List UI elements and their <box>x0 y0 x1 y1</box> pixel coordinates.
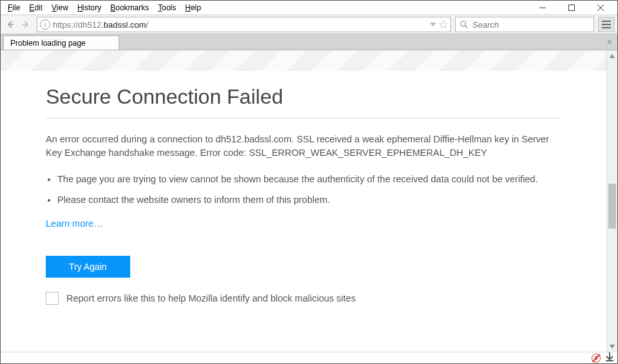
try-again-button[interactable]: Try Again <box>46 256 130 278</box>
report-label: Report errors like this to help Mozilla … <box>66 293 356 303</box>
urlbar-indicators <box>430 20 448 29</box>
error-title: Secure Connection Failed <box>46 85 561 109</box>
window-minimize-button[interactable] <box>528 1 557 14</box>
svg-line-7 <box>465 26 468 28</box>
arrow-left-icon <box>6 20 15 29</box>
menu-file[interactable]: File <box>3 2 24 14</box>
url-domain: badssl.com <box>104 20 146 30</box>
tab-title: Problem loading page <box>10 39 86 48</box>
scroll-thumb[interactable] <box>608 184 616 229</box>
report-row: Report errors like this to help Mozilla … <box>46 292 561 305</box>
chevron-down-icon <box>610 345 615 349</box>
status-bar: S <box>1 352 617 363</box>
noscript-icon[interactable]: S <box>592 354 601 363</box>
download-arrow-icon[interactable] <box>606 352 613 363</box>
menu-edit[interactable]: Edit <box>24 2 47 14</box>
maximize-icon <box>568 5 575 11</box>
forward-button[interactable] <box>19 17 33 32</box>
vertical-scrollbar[interactable] <box>606 50 617 352</box>
warning-stripe <box>1 50 606 71</box>
divider <box>46 118 561 119</box>
dropdown-icon[interactable] <box>430 23 436 26</box>
tab-bar: Problem loading page × <box>1 34 617 50</box>
page-content: Secure Connection Failed An error occurr… <box>1 50 606 352</box>
search-icon <box>459 20 468 29</box>
search-input[interactable] <box>472 20 590 30</box>
svg-rect-1 <box>568 5 574 10</box>
chevron-up-icon <box>610 54 615 58</box>
error-bullets: The page you are trying to view cannot b… <box>57 173 561 207</box>
tab-close-button[interactable]: × <box>607 37 612 47</box>
error-bullet-1: The page you are trying to view cannot b… <box>57 173 561 186</box>
error-bullet-2: Please contact the website owners to inf… <box>57 193 561 206</box>
menu-button[interactable] <box>598 17 615 32</box>
navigation-toolbar: i https://dh512.badssl.com/ <box>1 15 617 34</box>
error-page: Secure Connection Failed An error occurr… <box>1 71 606 324</box>
svg-point-6 <box>461 21 466 26</box>
menu-history[interactable]: History <box>73 2 106 14</box>
menu-help[interactable]: Help <box>180 2 206 14</box>
arrow-right-icon <box>21 20 30 29</box>
learn-more-link[interactable]: Learn more… <box>46 218 103 229</box>
window-maximize-button[interactable] <box>557 1 586 14</box>
url-subdomain: dh512. <box>78 20 104 30</box>
window-close-button[interactable] <box>586 1 615 14</box>
minimize-icon <box>539 5 546 11</box>
identity-info-icon[interactable]: i <box>40 19 50 30</box>
hamburger-icon <box>602 21 611 28</box>
search-bar[interactable] <box>455 17 594 32</box>
menu-view[interactable]: View <box>47 2 73 14</box>
bookmark-star-icon[interactable] <box>439 20 448 29</box>
url-protocol: https:// <box>53 20 78 30</box>
url-bar[interactable]: i https://dh512.badssl.com/ <box>37 17 451 32</box>
report-checkbox[interactable] <box>46 292 59 305</box>
close-icon <box>597 5 604 11</box>
content-area: Secure Connection Failed An error occurr… <box>1 50 617 352</box>
scroll-up-button[interactable] <box>607 50 617 61</box>
url-text: https://dh512.badssl.com/ <box>53 20 427 30</box>
error-description: An error occurred during a connection to… <box>46 133 561 160</box>
scroll-track[interactable] <box>607 61 617 341</box>
menu-tools[interactable]: Tools <box>153 2 180 14</box>
scroll-down-button[interactable] <box>607 341 617 352</box>
window-controls <box>528 1 615 14</box>
tab-active[interactable]: Problem loading page <box>3 35 119 50</box>
url-path: / <box>146 20 149 30</box>
menu-bar: File Edit View History Bookmarks Tools H… <box>1 1 617 15</box>
back-button[interactable] <box>3 17 17 32</box>
menu-bookmarks[interactable]: Bookmarks <box>106 2 153 14</box>
